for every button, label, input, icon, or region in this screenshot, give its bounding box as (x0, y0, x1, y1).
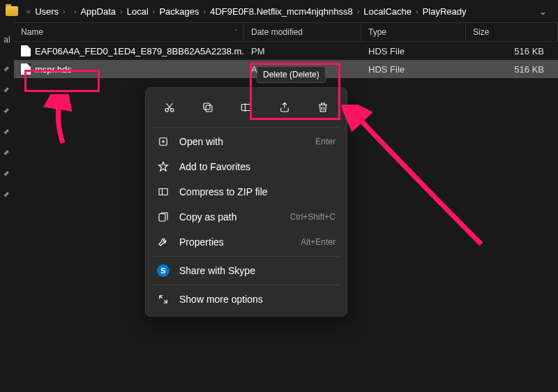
menu-properties[interactable]: Properties Alt+Enter (150, 229, 342, 255)
file-type: HDS File (361, 64, 466, 75)
sidebar-label: al (3, 35, 10, 45)
share-button[interactable] (271, 95, 299, 120)
pin-icon (1, 63, 13, 75)
menu-label: Share with Skype (179, 265, 335, 276)
cut-button[interactable] (156, 95, 183, 120)
file-row[interactable]: EAF06A4A_FED0_1ED4_E879_8BB62A5A2238.m..… (14, 42, 558, 60)
menu-hint: Alt+Enter (301, 237, 335, 247)
column-type-label: Type (368, 27, 386, 37)
svg-rect-3 (204, 103, 210, 110)
file-name: EAF06A4A_FED0_1ED4_E879_8BB62A5A2238.m..… (35, 46, 244, 56)
copy-button[interactable] (194, 95, 222, 120)
copy-path-icon (157, 211, 169, 223)
chevron-right-icon: › (120, 7, 123, 15)
star-icon (157, 160, 169, 173)
chevron-right-icon: › (74, 7, 77, 15)
breadcrumb-item[interactable]: LocalCache (363, 6, 412, 17)
breadcrumb-item[interactable]: Local (127, 6, 149, 17)
sidebar: al (0, 22, 14, 392)
context-menu: Open with Enter Add to Favorites Compres… (145, 87, 347, 317)
column-name[interactable]: Name˄ (14, 23, 244, 41)
column-type[interactable]: Type (361, 23, 466, 41)
chevron-right-icon: › (416, 7, 418, 15)
menu-label: Compress to ZIP file (179, 186, 335, 197)
delete-button[interactable] (309, 95, 337, 120)
folder-icon (6, 6, 18, 16)
pin-icon (1, 167, 13, 179)
rename-button[interactable] (232, 95, 260, 120)
pin-icon (1, 84, 13, 96)
menu-label: Open with (179, 136, 306, 147)
menu-label: Properties (179, 236, 291, 248)
file-icon (21, 63, 31, 75)
column-size[interactable]: Size (466, 23, 558, 41)
chevron-down-icon[interactable]: ⌄ (534, 3, 552, 20)
file-date: PM (244, 46, 361, 56)
menu-copy-path[interactable]: Copy as path Ctrl+Shift+C (150, 204, 342, 229)
svg-rect-2 (206, 105, 212, 112)
chevron-right-icon: › (357, 7, 360, 15)
column-size-label: Size (473, 27, 489, 37)
file-size: 516 KB (466, 46, 558, 56)
chevron-right-icon: › (63, 7, 66, 15)
column-name-label: Name (21, 27, 43, 37)
menu-open-with[interactable]: Open with Enter (150, 129, 342, 154)
menu-label: Copy as path (179, 211, 280, 223)
svg-rect-6 (159, 214, 165, 222)
chevron-left-icon: « (27, 7, 31, 15)
file-icon (21, 45, 31, 56)
breadcrumb-item[interactable]: Users (35, 6, 59, 17)
open-with-icon (157, 135, 169, 148)
menu-hint: Ctrl+Shift+C (290, 212, 335, 222)
menu-show-more[interactable]: Show more options (150, 287, 342, 312)
sort-asc-icon: ˄ (234, 29, 238, 36)
breadcrumb-item[interactable]: 4DF9E0F8.Netflix_mcm4njqhnhss8 (210, 6, 352, 17)
chevron-right-icon: › (204, 7, 206, 15)
chevron-right-icon: › (153, 7, 156, 15)
column-date[interactable]: Date modified (244, 23, 361, 41)
pin-icon (1, 188, 13, 200)
menu-hint: Enter (315, 137, 335, 146)
zip-icon (157, 186, 169, 198)
column-headers[interactable]: Name˄ Date modified Type Size (14, 22, 558, 42)
breadcrumb-item[interactable]: PlayReady (423, 6, 467, 17)
separator (153, 127, 340, 128)
breadcrumb-bar[interactable]: « Users › › AppData › Local › Packages ›… (0, 0, 558, 22)
menu-compress-zip[interactable]: Compress to ZIP file (150, 179, 342, 204)
file-type: HDS File (361, 46, 466, 56)
pin-icon (1, 105, 13, 116)
tooltip-delete: Delete (Delete) (257, 66, 326, 83)
file-name: mspr.hds (35, 64, 72, 75)
menu-label: Add to Favorites (179, 161, 335, 172)
separator (153, 285, 340, 285)
breadcrumb-item[interactable]: Packages (159, 6, 199, 17)
pin-icon (1, 146, 13, 158)
breadcrumb-item[interactable]: AppData (80, 6, 116, 17)
wrench-icon (157, 236, 169, 248)
separator (153, 256, 340, 257)
menu-add-favorites[interactable]: Add to Favorites (150, 154, 342, 179)
expand-icon (157, 293, 169, 306)
column-date-label: Date modified (251, 27, 303, 37)
file-size: 516 KB (466, 64, 558, 75)
menu-share-skype[interactable]: S Share with Skype (150, 258, 342, 283)
pin-icon (1, 126, 13, 137)
svg-rect-4 (241, 105, 251, 111)
menu-label: Show more options (179, 294, 335, 305)
skype-icon: S (157, 264, 169, 277)
